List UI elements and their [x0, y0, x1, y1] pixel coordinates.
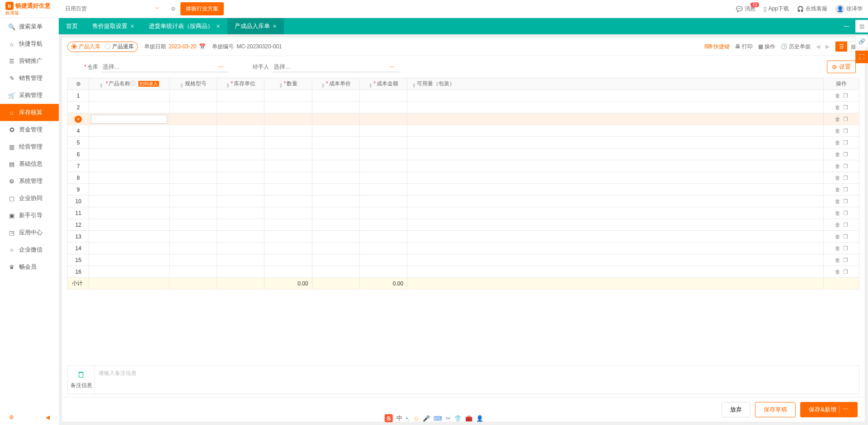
cell-unit[interactable]: [217, 243, 264, 254]
cell-spec[interactable]: [169, 172, 217, 184]
cell-avail[interactable]: [407, 102, 824, 113]
copy-icon[interactable]: ❐: [843, 104, 848, 111]
cell-spec[interactable]: [169, 160, 217, 172]
close-icon[interactable]: ✕: [130, 23, 134, 29]
scan-tag[interactable]: 扫码录入: [138, 81, 159, 87]
cell-qty[interactable]: [264, 243, 312, 254]
cell-price[interactable]: [312, 243, 359, 254]
grid-settings-button[interactable]: ⚙ 设置: [827, 61, 856, 73]
delete-icon[interactable]: 🗑: [835, 104, 840, 111]
cell-amount[interactable]: [359, 125, 407, 137]
table-row[interactable]: 6🗑❐: [68, 149, 859, 160]
cell-price[interactable]: [312, 196, 359, 207]
prev-doc-icon[interactable]: ◀: [816, 43, 820, 50]
copy-icon[interactable]: ❐: [843, 234, 848, 240]
copy-icon[interactable]: ❐: [843, 245, 848, 252]
remark-input[interactable]: [95, 366, 859, 394]
cell-qty[interactable]: [264, 137, 312, 149]
cell-qty[interactable]: [264, 196, 312, 207]
sidebar-item-inventory[interactable]: ⌂库存核算: [0, 104, 59, 121]
cell-spec[interactable]: [169, 207, 217, 219]
category-select[interactable]: 日用百货 ﹀: [59, 5, 166, 13]
cell-amount[interactable]: [359, 90, 407, 102]
cell-amount[interactable]: [359, 266, 407, 278]
delete-icon[interactable]: 🗑: [835, 210, 840, 216]
cell-avail[interactable]: [407, 113, 824, 125]
sidebar-item-apps[interactable]: ◳应用中心: [0, 224, 59, 241]
cell-qty[interactable]: [264, 149, 312, 160]
cell-avail[interactable]: [407, 184, 824, 196]
ime-emoji-icon[interactable]: ☺: [413, 415, 419, 422]
table-row[interactable]: 7🗑❐: [68, 160, 859, 172]
radio-product-in[interactable]: 产品入库: [71, 43, 100, 51]
delete-icon[interactable]: 🗑: [835, 163, 840, 169]
delete-icon[interactable]: 🗑: [835, 269, 840, 275]
delete-icon[interactable]: 🗑: [835, 93, 840, 99]
handler-input[interactable]: [273, 61, 399, 72]
rail-item-3[interactable]: ⛶: [855, 51, 868, 63]
delete-icon[interactable]: 🗑: [835, 116, 840, 122]
col-price[interactable]: ▲▼*成本单价: [312, 78, 359, 90]
cell-spec[interactable]: [169, 196, 217, 207]
cell-unit[interactable]: [217, 160, 264, 172]
discard-button[interactable]: 放弃: [722, 402, 750, 417]
cell-spec[interactable]: [169, 243, 217, 254]
cell-qty[interactable]: [264, 254, 312, 266]
cell-product-name[interactable]: [89, 90, 170, 102]
tab-售价提取设置[interactable]: 售价提取设置✕: [85, 18, 142, 34]
cell-amount[interactable]: [359, 219, 407, 231]
cell-amount[interactable]: [359, 102, 407, 113]
sidebar-item-business[interactable]: ▥经营管理: [0, 138, 59, 155]
cell-avail[interactable]: [407, 231, 824, 243]
cell-product-name[interactable]: [89, 137, 170, 149]
copy-icon[interactable]: ❐: [843, 269, 848, 275]
cell-product-name[interactable]: [89, 254, 170, 266]
cell-price[interactable]: [312, 137, 359, 149]
tab-minimize[interactable]: —: [839, 23, 854, 29]
handler-more-icon[interactable]: ⋯: [389, 64, 395, 70]
cell-spec[interactable]: [169, 231, 217, 243]
sidebar-item-funds[interactable]: ✪资金管理: [0, 121, 59, 138]
cell-amount[interactable]: [359, 207, 407, 219]
table-row[interactable]: 13🗑❐: [68, 231, 859, 243]
collapse-icon[interactable]: ◀: [46, 414, 50, 420]
cell-product-name[interactable]: [89, 172, 170, 184]
print-link[interactable]: 🖶打印: [735, 43, 753, 51]
cell-price[interactable]: [312, 266, 359, 278]
warehouse-more-icon[interactable]: ⋯: [218, 64, 224, 70]
cell-avail[interactable]: [407, 137, 824, 149]
cell-product-name[interactable]: [89, 149, 170, 160]
sidebar-item-wechat[interactable]: ○企业微信: [0, 241, 59, 258]
table-row[interactable]: 12🗑❐: [68, 219, 859, 231]
copy-icon[interactable]: ❐: [843, 163, 848, 169]
operate-link[interactable]: ▦操作: [758, 43, 775, 51]
table-row[interactable]: 10🗑❐: [68, 196, 859, 207]
cell-spec[interactable]: [169, 266, 217, 278]
ime-toolbox-icon[interactable]: 🧰: [465, 415, 472, 422]
sidebar-item-system[interactable]: ⚙系统管理: [0, 173, 59, 190]
ime-keyboard-icon[interactable]: ⌨: [434, 415, 442, 422]
sidebar-item-marketing[interactable]: ☰营销推广: [0, 52, 59, 70]
cell-unit[interactable]: [217, 266, 264, 278]
cell-qty[interactable]: [264, 207, 312, 219]
gear-icon[interactable]: ⚙: [171, 6, 176, 12]
copy-icon[interactable]: ❐: [843, 128, 848, 134]
add-row-icon[interactable]: +: [75, 116, 82, 123]
cell-product-name[interactable]: [89, 113, 170, 125]
online-service-link[interactable]: 🎧 在线客服: [797, 5, 827, 13]
ime-mic-icon[interactable]: 🎤: [423, 415, 430, 422]
cell-product-name[interactable]: [89, 125, 170, 137]
cell-price[interactable]: [312, 102, 359, 113]
close-icon[interactable]: ✕: [216, 23, 220, 29]
cell-price[interactable]: [312, 254, 359, 266]
cell-qty[interactable]: [264, 90, 312, 102]
delete-icon[interactable]: 🗑: [835, 175, 840, 181]
user-menu[interactable]: 👤 徐泽华: [835, 5, 863, 14]
cell-product-name[interactable]: [89, 160, 170, 172]
cell-product-name[interactable]: [89, 184, 170, 196]
cell-qty[interactable]: [264, 172, 312, 184]
cell-amount[interactable]: [359, 184, 407, 196]
messages-link[interactable]: 💬 消息 70: [736, 5, 755, 13]
copy-icon[interactable]: ❐: [843, 93, 848, 99]
tab-产成品入库单[interactable]: 产成品入库单✕: [227, 18, 284, 34]
